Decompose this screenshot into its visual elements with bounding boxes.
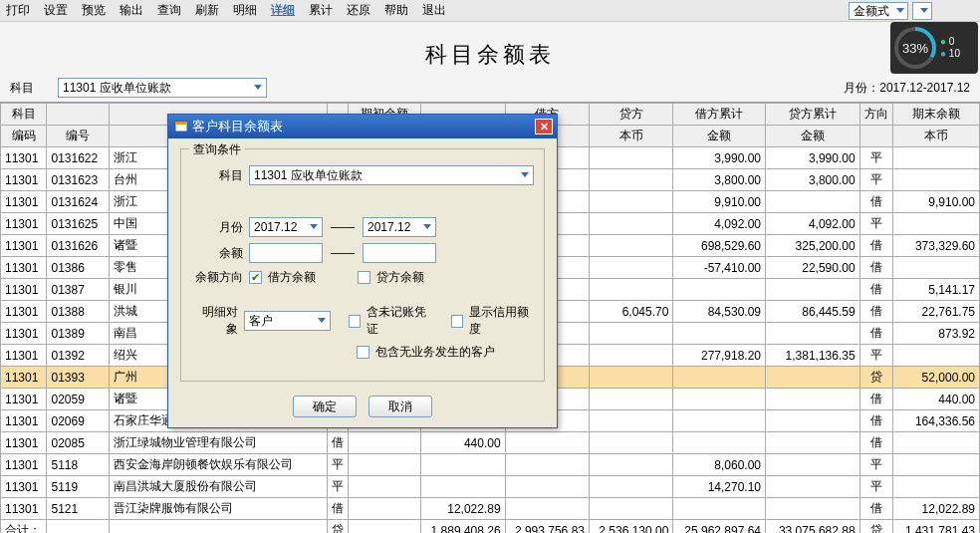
- table-row[interactable]: 113015119南昌洪城大厦股份有限公司平14,270.10平: [1, 476, 980, 498]
- dialog-title-text: 客户科目余额表: [192, 118, 283, 135]
- fieldset-legend: 查询条件: [189, 141, 245, 158]
- unposted-checkbox[interactable]: [349, 315, 361, 328]
- menu-item[interactable]: 设置: [44, 2, 68, 19]
- svg-rect-1: [175, 122, 187, 125]
- month-from-select[interactable]: 2017.12: [249, 217, 323, 237]
- period-label: 月份：2017.12-2017.12: [844, 80, 970, 97]
- menu-item[interactable]: 退出: [422, 2, 446, 19]
- column-header[interactable]: 编号: [47, 126, 110, 147]
- balance-label: 余额: [191, 245, 243, 262]
- column-header[interactable]: 期末余额: [892, 104, 979, 126]
- table-row[interactable]: 113015118西安金海岸朗顿餐饮娱乐有限公司平8,060.00平: [1, 454, 980, 476]
- debit-balance-label: 借方余额: [268, 269, 316, 286]
- menu-bar: 打印设置预览输出查询刷新明细详细累计还原帮助退出: [0, 0, 980, 22]
- detail-object-select[interactable]: 客户: [244, 311, 331, 331]
- column-header[interactable]: 金额: [766, 126, 860, 147]
- dialog-titlebar[interactable]: 客户科目余额表 ✕: [168, 115, 557, 138]
- query-dialog: 客户科目余额表 ✕ 查询条件 科目 11301 应收单位账款 月份 2017.1…: [167, 114, 558, 428]
- column-header[interactable]: 本币: [589, 126, 672, 147]
- table-row[interactable]: 113015121晋江柒牌服饰有限公司借12,022.89借12,022.89: [1, 498, 980, 520]
- page-title: 科目余额表: [0, 40, 980, 70]
- menu-item[interactable]: 详细: [271, 2, 295, 19]
- menu-item[interactable]: 打印: [6, 2, 30, 19]
- menu-item[interactable]: 预览: [82, 2, 106, 19]
- month-to-select[interactable]: 2017.12: [363, 217, 436, 237]
- baldir-label: 余额方向: [191, 269, 243, 286]
- creditline-label: 显示信用额度: [469, 304, 534, 338]
- menu-item[interactable]: 明细: [233, 2, 257, 19]
- menu-item[interactable]: 累计: [309, 2, 333, 19]
- menu-item[interactable]: 查询: [157, 2, 181, 19]
- column-header[interactable]: 借方累计: [673, 104, 766, 126]
- column-header[interactable]: 金额: [673, 126, 766, 147]
- table-row[interactable]: 1130102085浙江绿城物业管理有限公司借440.00借: [1, 432, 980, 454]
- balance-to-input[interactable]: [363, 243, 436, 263]
- filter-label: 科目: [10, 80, 58, 97]
- amount-mode-select[interactable]: 金额式: [849, 2, 908, 20]
- subject-filter-select[interactable]: 11301 应收单位账款: [58, 78, 267, 98]
- ok-button[interactable]: 确定: [293, 396, 357, 417]
- column-header[interactable]: 本币: [892, 126, 979, 147]
- range-sep: ——: [329, 220, 357, 234]
- account-icon: [174, 120, 188, 133]
- credit-balance-label: 贷方余额: [376, 269, 424, 286]
- credit-balance-checkbox[interactable]: [358, 271, 370, 284]
- aux-select[interactable]: [912, 2, 932, 20]
- table-row[interactable]: 合计：贷1,889,408.262,993,756.832,536,130.00…: [1, 520, 980, 534]
- unposted-label: 含未记账凭证: [367, 304, 431, 338]
- column-header[interactable]: [859, 126, 892, 147]
- balance-from-input[interactable]: [249, 243, 323, 263]
- nobiz-checkbox[interactable]: [357, 346, 369, 359]
- detail-label: 明细对象: [191, 304, 238, 338]
- column-header[interactable]: 贷方: [589, 104, 672, 126]
- menu-item[interactable]: 刷新: [195, 2, 219, 19]
- column-header[interactable]: [47, 104, 110, 126]
- menu-item[interactable]: 输出: [120, 2, 143, 19]
- subject-label: 科目: [191, 167, 243, 184]
- perf-widget: 33% ● 0 ● 10: [890, 22, 978, 74]
- column-header[interactable]: 编码: [1, 126, 47, 147]
- debit-balance-checkbox[interactable]: ✔: [249, 271, 262, 284]
- menu-item[interactable]: 帮助: [384, 2, 408, 19]
- column-header[interactable]: 贷方累计: [766, 104, 860, 126]
- menu-item[interactable]: 还原: [347, 2, 370, 19]
- progress-ring: 33%: [894, 27, 936, 69]
- nobiz-label: 包含无业务发生的客户: [375, 344, 495, 361]
- creditline-checkbox[interactable]: [451, 315, 463, 328]
- close-icon[interactable]: ✕: [535, 119, 553, 134]
- column-header[interactable]: 方向: [859, 104, 892, 126]
- cancel-button[interactable]: 取消: [368, 396, 432, 417]
- column-header[interactable]: 科目: [1, 104, 47, 126]
- month-label: 月份: [191, 219, 243, 236]
- subject-select[interactable]: 11301 应收单位账款: [249, 165, 534, 185]
